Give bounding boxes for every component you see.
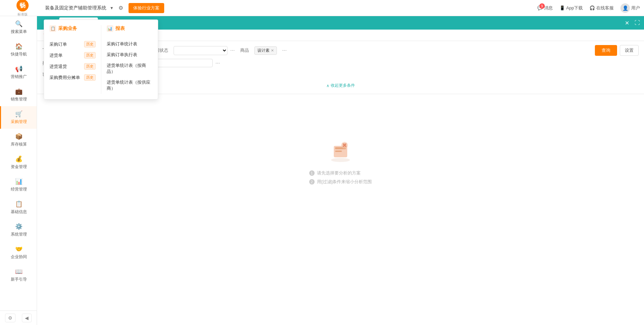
message-icon-wrapper: 💬 9 (537, 5, 543, 10)
collapse-conditions-button[interactable]: ∧ 收起更多条件 (326, 83, 355, 88)
svg-rect-3 (335, 151, 342, 152)
return-history-badge: 历史 (84, 63, 96, 70)
user-label: 用户 (631, 5, 640, 11)
goods-label: 商品 (240, 47, 249, 53)
online-service-button[interactable]: 🎧 在线客服 (589, 5, 614, 11)
dropdown-item-purchase-order[interactable]: 采购订单 历史 (49, 39, 96, 50)
purchase-title-icon: 📋 (49, 25, 56, 32)
sidebar-item-capital[interactable]: 💰 资金管理 (0, 151, 37, 174)
sidebar-item-enterprise[interactable]: 🤝 企业协同 (0, 241, 37, 264)
topbar-gear-button[interactable]: ⚙ (117, 3, 124, 12)
system-dropdown-button[interactable]: ▼ (109, 5, 114, 11)
dropdown-item-incoming[interactable]: 进货单 历史 (49, 50, 96, 61)
tab-bar-close-button[interactable]: ✕ (623, 18, 631, 28)
dropdown-purchase-title: 📋 采购业务 (49, 25, 96, 35)
query-button[interactable]: 查询 (595, 45, 617, 56)
empty-image (327, 136, 354, 163)
sidebar-label-system: 系统管理 (11, 232, 27, 237)
empty-text: 1 请先选择要分析的方案 2 用[过滤]条件来缩小分析范围 (309, 169, 372, 186)
operation-icon: 📊 (15, 178, 23, 185)
sales-icon: 💼 (15, 88, 23, 95)
messages-button[interactable]: 💬 9 消息 (537, 5, 553, 11)
purchase-order-exec-label: 采购订单执行表 (107, 52, 137, 58)
logo-text: 标准版 (17, 12, 28, 17)
sidebar-item-guide[interactable]: 📖 新手引导 (0, 264, 37, 286)
status-select[interactable] (174, 46, 227, 55)
empty-hint-2: 2 用[过滤]条件来缩小分析范围 (309, 177, 372, 186)
sidebar-label-capital: 资金管理 (11, 164, 27, 170)
sidebar-label-enterprise: 企业协同 (11, 254, 27, 260)
dropdown-item-incoming-stats-supplier[interactable]: 进货单统计表（按供应商） (107, 77, 153, 94)
app-download-label: App下载 (566, 5, 583, 11)
mobile-icon: 📱 (560, 5, 565, 10)
goods-tag-close-icon[interactable]: ✕ (271, 48, 274, 53)
topbar: 畅 标准版 装备及固定资产辅助管理系统 ▼ ⚙ 体验行业方案 💬 9 消息 📱 … (0, 0, 644, 16)
sidebar-item-basic[interactable]: 📋 基础信息 (0, 196, 37, 219)
online-service-label: 在线客服 (596, 5, 614, 11)
incoming-label: 进货单 (49, 52, 63, 58)
dropdown-purchase-col: 📋 采购业务 采购订单 历史 进货单 历史 进货退货 历史 采购费用分摊单 历史 (44, 25, 101, 94)
collapse-up-icon: ∧ (326, 83, 329, 88)
logo[interactable]: 畅 标准版 (4, 0, 41, 17)
headset-icon: 🎧 (589, 5, 595, 10)
sidebar-label-inventory: 库存核算 (11, 141, 27, 147)
dropdown-item-purchase-order-stats[interactable]: 采购订单统计表 (107, 39, 153, 49)
system-name: 装备及固定资产辅助管理系统 (45, 5, 106, 11)
messages-label: 消息 (544, 5, 553, 11)
capital-icon: 💰 (15, 155, 23, 163)
dropdown-item-purchase-order-exec[interactable]: 采购订单执行表 (107, 49, 153, 60)
industry-solution-button[interactable]: 体验行业方案 (129, 3, 164, 13)
salesman-input[interactable] (150, 59, 213, 67)
inventory-icon: 📦 (15, 133, 23, 140)
app-download-button[interactable]: 📱 App下载 (560, 5, 583, 11)
dropdown-item-return[interactable]: 进货退货 历史 (49, 61, 96, 72)
status-ellipsis[interactable]: ··· (230, 47, 235, 53)
basic-icon: 📋 (15, 200, 23, 208)
dropdown-item-incoming-stats-goods[interactable]: 进货单统计表（按商品） (107, 60, 153, 77)
tab-bar-expand-button[interactable]: ⛶ (633, 18, 641, 27)
purchase-order-history-badge: 历史 (84, 41, 96, 47)
incoming-stats-goods-label: 进货单统计表（按商品） (107, 63, 153, 75)
sidebar-label-guide: 新手引导 (11, 277, 27, 282)
filter-settings-button[interactable]: 设置 (620, 45, 639, 56)
logo-icon: 畅 (16, 0, 29, 11)
dropdown-item-expense[interactable]: 采购费用分摊单 历史 (49, 72, 96, 83)
guide-icon: 📖 (15, 268, 23, 275)
goods-tag-label: 设计素 (257, 48, 270, 53)
incoming-stats-supplier-label: 进货单统计表（按供应商） (107, 79, 153, 91)
message-badge: 9 (539, 3, 545, 9)
avatar-initials: 👤 (622, 5, 628, 11)
sidebar-item-purchase[interactable]: 🛒 采购管理 (0, 106, 37, 129)
goods-tag: 设计素 ✕ (254, 46, 277, 55)
sidebar-label-sales: 销售管理 (11, 96, 27, 102)
expense-history-badge: 历史 (84, 74, 96, 81)
sidebar-item-sales[interactable]: 💼 销售管理 (0, 84, 37, 106)
sidebar-item-marketing[interactable]: 📢 营销推广 (0, 61, 37, 84)
svg-point-0 (331, 158, 350, 162)
sidebar-item-search[interactable]: 🔍 搜索菜单 (0, 16, 37, 39)
user-menu-button[interactable]: 👤 用户 (620, 3, 640, 13)
system-icon: ⚙️ (15, 223, 23, 230)
enterprise-icon: 🤝 (15, 245, 23, 253)
sidebar: 🔍 搜索菜单 🏠 快捷导航 📢 营销推广 💼 销售管理 🛒 采购管理 📦 库存核… (0, 16, 37, 325)
report-title-icon: 📊 (107, 25, 113, 32)
dropdown-report-title: 📊 报表 (107, 25, 153, 35)
goods-ellipsis[interactable]: ··· (282, 47, 287, 53)
purchase-icon: 🛒 (15, 110, 23, 118)
sidebar-collapse-button[interactable]: ◀ (22, 314, 32, 322)
sidebar-item-system[interactable]: ⚙️ 系统管理 (0, 219, 37, 241)
sidebar-item-quick-nav[interactable]: 🏠 快捷导航 (0, 39, 37, 61)
salesman-ellipsis[interactable]: ··· (215, 60, 220, 66)
tab-bar-right: ✕ ⛶ (623, 18, 641, 28)
sidebar-item-inventory[interactable]: 📦 库存核算 (0, 129, 37, 151)
purchase-order-label: 采购订单 (49, 41, 67, 47)
avatar: 👤 (620, 3, 630, 13)
sidebar-item-operation[interactable]: 📊 经营管理 (0, 174, 37, 196)
search-icon: 🔍 (15, 20, 23, 28)
marketing-icon: 📢 (15, 65, 23, 73)
empty-hint-1: 1 请先选择要分析的方案 (309, 169, 372, 177)
sidebar-settings-button[interactable]: ⚙ (5, 314, 15, 322)
filter-actions: 查询 设置 (595, 45, 639, 56)
sidebar-label-quick-nav: 快捷导航 (11, 51, 27, 57)
return-label: 进货退货 (49, 64, 67, 70)
